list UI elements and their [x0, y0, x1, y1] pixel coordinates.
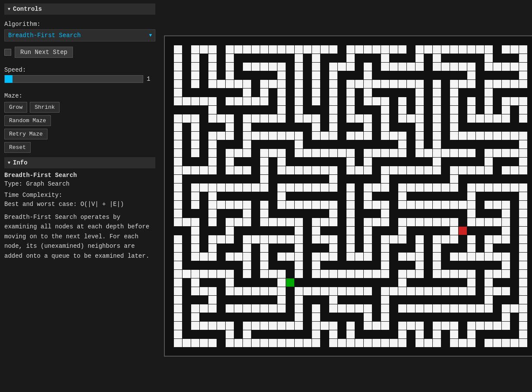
- info-header[interactable]: ▼ Info: [4, 157, 155, 168]
- grow-shrink-row: Grow Shrink: [4, 102, 155, 113]
- speed-value: 1: [147, 76, 155, 82]
- info-complexity: Time Complexity: Best and worst case: O(…: [4, 191, 155, 209]
- algorithm-select[interactable]: Breadth-First Search Depth-First Search …: [4, 29, 155, 41]
- info-arrow-icon: ▼: [8, 161, 10, 165]
- info-header-label: Info: [13, 159, 28, 166]
- maze-label: Maze:: [4, 92, 155, 99]
- controls-arrow-icon: ▼: [8, 7, 10, 12]
- info-algo-name: Breadth-First Search: [4, 172, 155, 179]
- maze-canvas[interactable]: [164, 35, 532, 357]
- shrink-button[interactable]: Shrink: [30, 102, 60, 113]
- maze-container: [160, 0, 532, 392]
- speed-slider[interactable]: [4, 75, 143, 83]
- speed-label: Speed:: [4, 66, 155, 73]
- info-complexity-header: Time Complexity:: [4, 192, 62, 199]
- info-section: ▼ Info Breadth-First Search Type: Graph …: [4, 157, 155, 261]
- run-next-step-button[interactable]: Run Next Step: [15, 47, 73, 58]
- info-complexity-detail: Best and worst case: O(|V| + |E|): [4, 201, 124, 208]
- reset-button[interactable]: Reset: [4, 142, 31, 153]
- run-checkbox[interactable]: [4, 49, 11, 56]
- sidebar: ▼ Controls Algorithm: Breadth-First Sear…: [0, 0, 160, 392]
- controls-header-label: Controls: [13, 6, 42, 13]
- algorithm-label: Algorithm:: [4, 21, 155, 28]
- grow-button[interactable]: Grow: [4, 102, 27, 113]
- info-description: Breadth-First Search operates by examini…: [4, 212, 155, 261]
- info-type: Type: Graph Search: [4, 180, 155, 187]
- random-maze-button[interactable]: Random Maze: [4, 115, 51, 126]
- controls-header[interactable]: ▼ Controls: [4, 3, 155, 15]
- run-btn-row: Run Next Step: [4, 47, 155, 58]
- speed-slider-row: 1: [4, 75, 155, 83]
- retry-maze-button[interactable]: Retry Maze: [4, 129, 47, 139]
- algorithm-select-wrapper: Breadth-First Search Depth-First Search …: [4, 29, 155, 41]
